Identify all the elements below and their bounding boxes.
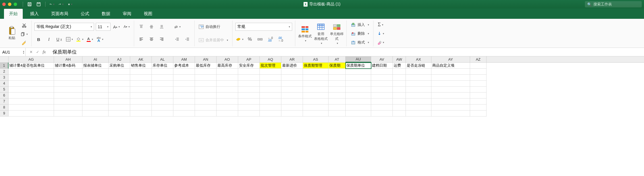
cell-AK4[interactable] bbox=[130, 81, 152, 87]
decrease-indent-button[interactable] bbox=[173, 35, 181, 43]
clear-button[interactable] bbox=[376, 38, 385, 46]
cell-AX1[interactable]: 是否走冻链 bbox=[406, 63, 431, 69]
cell-AU5[interactable] bbox=[346, 87, 371, 93]
tab-数据[interactable]: 数据 bbox=[97, 9, 115, 19]
cell-AP6[interactable] bbox=[238, 93, 260, 99]
cell-AT6[interactable] bbox=[329, 93, 346, 99]
cell-AO3[interactable] bbox=[217, 75, 238, 81]
cell-AR9[interactable] bbox=[281, 110, 303, 116]
decrease-decimal-button[interactable]: .00→.0 bbox=[276, 35, 285, 43]
cell-AO2[interactable] bbox=[217, 69, 238, 75]
cell-AN8[interactable] bbox=[195, 105, 217, 110]
cell-AQ6[interactable] bbox=[260, 93, 281, 99]
col-header-AS[interactable]: AS bbox=[303, 56, 329, 62]
cell-AQ7[interactable] bbox=[260, 99, 281, 105]
cell-AK1[interactable]: 销售单位 bbox=[130, 63, 152, 69]
cell-AJ4[interactable] bbox=[109, 81, 130, 87]
cell-AX6[interactable] bbox=[406, 93, 431, 99]
cell-AS3[interactable] bbox=[303, 75, 329, 81]
percent-button[interactable]: % bbox=[246, 35, 254, 43]
align-bottom-button[interactable] bbox=[157, 23, 166, 31]
cell-AG3[interactable] bbox=[9, 75, 54, 81]
cell-AL3[interactable] bbox=[152, 75, 173, 81]
formula-input[interactable] bbox=[51, 49, 644, 55]
cell-AI3[interactable] bbox=[82, 75, 109, 81]
cell-AK6[interactable] bbox=[130, 93, 152, 99]
minimize-window-button[interactable] bbox=[8, 3, 11, 6]
cell-AV6[interactable] bbox=[371, 93, 393, 99]
cell-AZ5[interactable] bbox=[470, 87, 487, 93]
col-header-AT[interactable]: AT bbox=[329, 56, 346, 62]
cell-AM9[interactable] bbox=[173, 110, 195, 116]
autosum-button[interactable]: Σ bbox=[376, 21, 385, 29]
cell-AP8[interactable] bbox=[238, 105, 260, 110]
save-as-icon[interactable] bbox=[36, 2, 41, 7]
cell-AR7[interactable] bbox=[281, 99, 303, 105]
format-painter-button[interactable] bbox=[20, 38, 28, 46]
cell-AZ1[interactable] bbox=[470, 63, 487, 69]
cell-AI7[interactable] bbox=[82, 99, 109, 105]
cell-AV1[interactable]: 建档日期 bbox=[371, 63, 393, 69]
cell-AV2[interactable] bbox=[371, 69, 393, 75]
cell-AU4[interactable] bbox=[346, 81, 371, 87]
font-name-select[interactable]: 等线 Regular (正文) bbox=[34, 23, 94, 31]
cell-AJ1[interactable]: 采购单位 bbox=[109, 63, 130, 69]
cell-AK8[interactable] bbox=[130, 105, 152, 110]
cell-AK9[interactable] bbox=[130, 110, 152, 116]
cell-AM3[interactable] bbox=[173, 75, 195, 81]
cell-AG9[interactable] bbox=[9, 110, 54, 116]
cell-AH1[interactable]: 辅计量4条码 bbox=[54, 63, 82, 69]
cell-AU7[interactable] bbox=[346, 99, 371, 105]
cell-AI9[interactable] bbox=[82, 110, 109, 116]
cell-AQ4[interactable] bbox=[260, 81, 281, 87]
cell-AL5[interactable] bbox=[152, 87, 173, 93]
cell-AG5[interactable] bbox=[9, 87, 54, 93]
cell-AJ8[interactable] bbox=[109, 105, 130, 110]
cell-AH2[interactable] bbox=[54, 69, 82, 75]
cell-AI6[interactable] bbox=[82, 93, 109, 99]
fill-color-button[interactable] bbox=[75, 35, 84, 43]
cell-AG2[interactable] bbox=[9, 69, 54, 75]
cell-AM6[interactable] bbox=[173, 93, 195, 99]
cell-AX9[interactable] bbox=[406, 110, 431, 116]
cell-AV8[interactable] bbox=[371, 105, 393, 110]
cell-AU1[interactable]: 保质期单位 bbox=[346, 63, 371, 69]
cell-AJ7[interactable] bbox=[109, 99, 130, 105]
cell-AS8[interactable] bbox=[303, 105, 329, 110]
col-header-AN[interactable]: AN bbox=[195, 56, 217, 62]
phonetic-button[interactable]: abcA bbox=[96, 35, 104, 43]
italic-button[interactable]: I bbox=[45, 35, 53, 43]
row-header-1[interactable]: 1 bbox=[0, 63, 9, 69]
cell-AM7[interactable] bbox=[173, 99, 195, 105]
cell-AX7[interactable] bbox=[406, 99, 431, 105]
cell-AM4[interactable] bbox=[173, 81, 195, 87]
cell-AK7[interactable] bbox=[130, 99, 152, 105]
cell-AX4[interactable] bbox=[406, 81, 431, 87]
cell-AL7[interactable] bbox=[152, 99, 173, 105]
cell-AK5[interactable] bbox=[130, 87, 152, 93]
col-header-AU[interactable]: AU bbox=[346, 56, 371, 62]
col-header-AL[interactable]: AL bbox=[152, 56, 173, 62]
qat-customize-icon[interactable]: ▾ bbox=[68, 2, 73, 7]
cell-AL2[interactable] bbox=[152, 69, 173, 75]
cell-AS5[interactable] bbox=[303, 87, 329, 93]
col-header-AV[interactable]: AV bbox=[371, 56, 393, 62]
row-header-4[interactable]: 4 bbox=[0, 81, 9, 87]
col-header-AY[interactable]: AY bbox=[431, 56, 470, 62]
enter-formula-icon[interactable]: ✓ bbox=[36, 50, 39, 54]
cell-AV5[interactable] bbox=[371, 87, 393, 93]
cell-AM2[interactable] bbox=[173, 69, 195, 75]
maximize-window-button[interactable] bbox=[14, 3, 17, 6]
cell-AO1[interactable]: 最高库存 bbox=[217, 63, 238, 69]
increase-decimal-button[interactable]: ←.0.00 bbox=[266, 35, 275, 43]
cell-AP9[interactable] bbox=[238, 110, 260, 116]
cell-AI2[interactable] bbox=[82, 69, 109, 75]
cell-AJ2[interactable] bbox=[109, 69, 130, 75]
delete-cells-button[interactable]: 删除 bbox=[350, 30, 370, 37]
col-header-AQ[interactable]: AQ bbox=[260, 56, 281, 62]
name-box-stepper[interactable]: ▴▾ bbox=[23, 50, 24, 54]
cell-AR2[interactable] bbox=[281, 69, 303, 75]
cell-AS9[interactable] bbox=[303, 110, 329, 116]
number-format-select[interactable]: 常规 bbox=[235, 23, 292, 31]
cell-AX8[interactable] bbox=[406, 105, 431, 110]
